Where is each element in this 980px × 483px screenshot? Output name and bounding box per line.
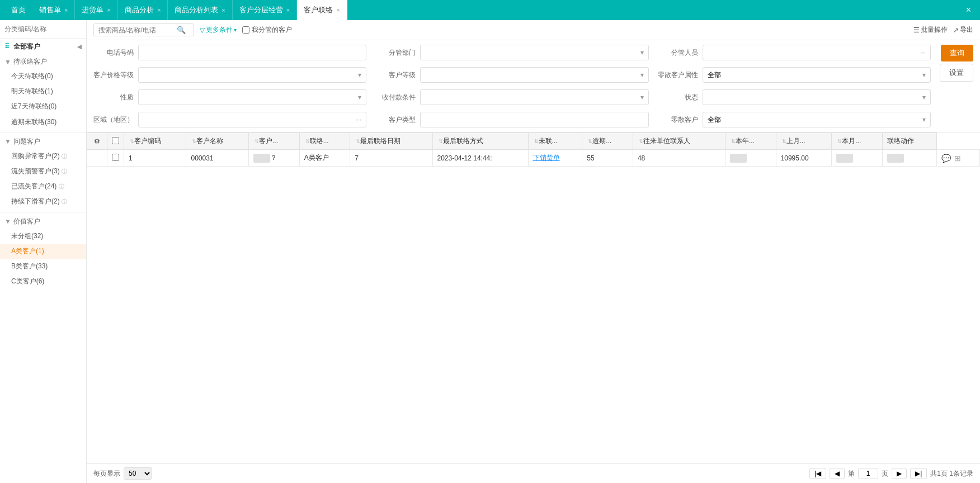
filter-price-level-select[interactable]: ▾ [138,67,366,83]
filter-dept: 分管部门 ▾ [375,45,648,60]
filter-search-input[interactable] [98,26,177,34]
nav-tab[interactable]: 销售单× [32,0,75,20]
filter-person-select[interactable]: ··· [703,45,931,60]
last-method-link[interactable]: 下销货单 [533,154,560,162]
sort-contact[interactable]: ⇅ [305,139,310,144]
sort-cust-type[interactable]: ⇅ [255,139,259,144]
my-customers-filter[interactable]: 我分管的客户 [242,25,292,35]
tab-close-icon[interactable]: × [64,7,68,13]
nav-home[interactable]: 首页 [4,5,32,15]
sidebar-item[interactable]: 逾期未联络(30) [0,115,86,130]
sort-last-method[interactable]: ⇅ [439,139,443,144]
filter-zero-attr-select[interactable]: 全部 ▾ [703,67,931,83]
sidebar-search-bar: 🔍 [0,20,86,39]
batch-op-button[interactable]: ☰ 批量操作 [913,25,948,35]
page-input[interactable] [858,468,878,479]
filter-region-select[interactable]: ··· [138,112,366,127]
table-row: 1 000031 ？ A类客户 7 2023-04-12 14:44: 下销货单… [87,150,980,167]
row-num: 1 [124,150,186,167]
close-all-button[interactable]: × [962,5,976,15]
export-button[interactable]: ↗ 导出 [953,25,973,35]
filter-dept-select[interactable]: ▾ [420,45,648,60]
filter-phone-input[interactable] [138,45,366,60]
my-customers-checkbox[interactable] [242,26,249,34]
per-page-select[interactable]: 50 100 200 [124,467,152,480]
sidebar-item[interactable]: 近7天待联络(0) [0,99,86,114]
sidebar-group-title[interactable]: ▼问题客户 [0,135,86,149]
th-last-month: ⇅上月... [776,133,832,150]
sidebar-group-title[interactable]: ▼待联络客户 [0,55,86,69]
next-page-button[interactable]: ▶ [892,468,907,479]
filter-payment-select[interactable]: ▾ [420,89,648,105]
th-gear[interactable]: ⚙ [87,133,107,150]
last-page-button[interactable]: ▶| [910,468,927,479]
query-button[interactable]: 查询 [941,45,973,61]
sidebar-search-input[interactable] [4,25,87,33]
sort-last-month[interactable]: ⇅ [782,139,786,144]
sort-overdue[interactable]: ⇅ [588,139,592,144]
nav-tab[interactable]: 客户联络× [297,0,347,20]
tab-close-icon[interactable]: × [222,7,225,13]
prev-page-button[interactable]: ◀ [830,468,845,479]
sidebar-item[interactable]: 明天待联络(1) [0,84,86,99]
row-last-method[interactable]: 下销货单 [528,150,582,167]
check-all[interactable] [112,137,119,144]
main-layout: 🔍 ⠿ 全部客户 ◀ ▼待联络客户今天待联络(0)明天待联络(1)近7天待联络(… [0,20,980,483]
filter-status-select[interactable]: ▾ [703,89,931,105]
row-name: ？ [248,150,299,167]
row-check[interactable] [107,150,124,167]
sort-code[interactable]: ⇅ [130,139,134,144]
tab-close-icon[interactable]: × [157,7,161,13]
filter-search-icon[interactable]: 🔍 [177,26,186,34]
tab-close-icon[interactable]: × [107,7,110,13]
row-checkbox[interactable] [112,154,119,161]
sidebar-collapse-icon[interactable]: ◀ [77,44,82,50]
sidebar-item[interactable]: A类客户(1) [0,244,86,259]
filter-more-button[interactable]: ▽ 更多条件 ▾ [200,25,237,35]
first-page-button[interactable]: |◀ [809,468,826,479]
filter-cust-type-select[interactable] [420,112,648,127]
sidebar-item[interactable]: 未分组(32) [0,229,86,244]
filter-nature-select[interactable]: ▾ [138,89,366,105]
nav-tab[interactable]: 商品分析× [118,0,168,20]
th-check[interactable] [107,133,124,150]
sidebar-all-customers[interactable]: ⠿ 全部客户 ◀ [0,39,86,55]
nav-tab[interactable]: 商品分析列表× [168,0,232,20]
sort-unit-contact[interactable]: ⇅ [639,139,643,144]
filter-row-1: 电话号码 分管部门 ▾ 分管人员 [93,45,931,60]
sidebar-item[interactable]: 回购异常客户(2) ⓘ [0,149,86,164]
filter-region-label: 区域（地区） [93,115,138,125]
sort-this-year[interactable]: ⇅ [731,139,736,144]
row-contact-count: 7 [350,150,432,167]
sidebar-item[interactable]: 今天待联络(0) [0,69,86,84]
sidebar-group-title[interactable]: ▼价值客户 [0,215,86,229]
sidebar-item[interactable]: 已流失客户(24) ⓘ [0,179,86,194]
sort-last-date[interactable]: ⇅ [356,139,360,144]
last-month-block [836,154,853,163]
nav-tabs: 销售单×进货单×商品分析×商品分析列表×客户分层经营×客户联络× [32,0,347,20]
row-last-date: 2023-04-12 14:44: [432,150,528,167]
filter-region-dots: ··· [356,116,361,124]
sidebar-item[interactable]: 流失预警客户(3) ⓘ [0,164,86,179]
info-icon: ⓘ [62,153,67,159]
qr-icon[interactable]: ⊞ [954,154,961,163]
tab-close-icon[interactable]: × [286,7,290,13]
sidebar-item[interactable]: B类客户(33) [0,259,86,274]
filter-zero-cust-select[interactable]: 全部 ▾ [703,112,931,127]
filter-cust-level-select[interactable]: ▾ [420,67,648,83]
sort-not-contacted[interactable]: ⇅ [534,139,539,144]
nav-tab[interactable]: 进货单× [75,0,117,20]
sidebar-item[interactable]: 持续下滑客户(2) ⓘ [0,194,86,209]
message-icon[interactable]: 💬 [941,154,951,163]
sidebar-item[interactable]: C类客户(6) [0,274,86,289]
table-area: ⚙ ⇅客户编码 ⇅客户名称 ⇅客户... ⇅联络... ⇅最后联络日期 ⇅最后联… [87,132,980,463]
th-this-year: ⇅本年... [725,133,776,150]
sort-name[interactable]: ⇅ [192,139,196,144]
sort-this-month[interactable]: ⇅ [837,139,842,144]
tab-close-icon[interactable]: × [336,7,340,13]
filter-zero-attr-label: 零散客户属性 [658,70,703,80]
nav-tab[interactable]: 客户分层经营× [233,0,297,20]
filter-dept-label: 分管部门 [375,48,420,58]
setting-button[interactable]: 设置 [940,64,973,82]
filter-status: 状态 ▾ [658,89,931,105]
